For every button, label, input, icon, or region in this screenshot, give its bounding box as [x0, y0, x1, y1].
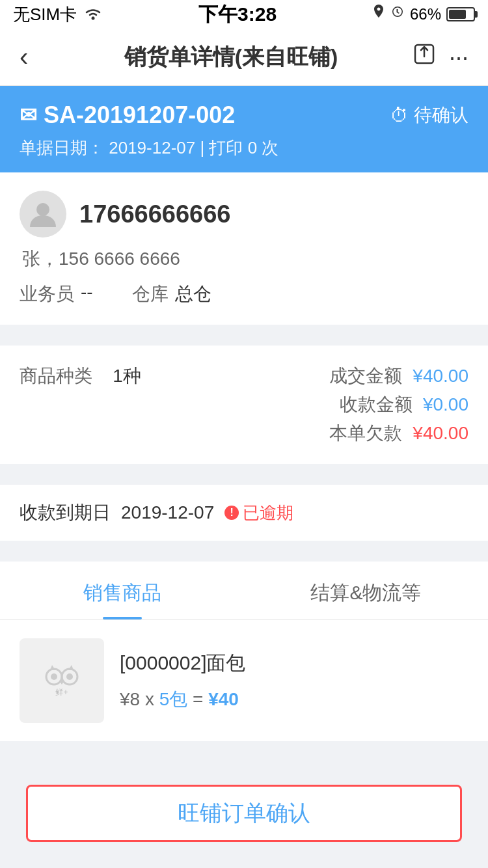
divider-1 [0, 335, 488, 346]
warehouse-meta: 仓库 总仓 [132, 282, 211, 306]
status-bar: 无SIM卡 下午3:28 66% [0, 0, 488, 29]
customer-top: 17666666666 [20, 191, 468, 237]
customer-meta: 业务员 -- 仓库 总仓 [20, 282, 468, 306]
product-thumbnail: 鲜+ [20, 638, 104, 723]
back-button[interactable]: ‹ [20, 42, 59, 72]
divider-3 [0, 551, 488, 562]
svg-point-6 [66, 673, 73, 680]
warehouse-value: 总仓 [175, 282, 211, 306]
price-label: ¥8 x [120, 689, 159, 709]
received-value: ¥0.00 [423, 394, 468, 415]
summary-item-1: 收款金额 ¥0.00 [340, 392, 468, 417]
alarm-icon [390, 5, 405, 23]
debt-label: 本单欠款 [329, 421, 402, 446]
order-icon: ✉ [20, 103, 37, 128]
status-label: 待确认 [414, 103, 468, 128]
product-card: 鲜+ [0000002]面包 ¥8 x 5包 = ¥40 [0, 620, 488, 741]
wifi-icon [83, 5, 103, 25]
tab-sales-goods[interactable]: 销售商品 [0, 562, 244, 619]
due-date-card: 收款到期日 2019-12-07 ! 已逾期 [0, 485, 488, 541]
carrier-text: 无SIM卡 [13, 3, 77, 26]
customer-avatar [20, 191, 66, 237]
customer-name: 张，156 6666 6666 [20, 247, 468, 271]
order-status: ⏱ 待确认 [390, 103, 468, 128]
bottom-btn-area: 旺铺订单确认 [0, 772, 488, 868]
goods-type-value: 1种 [113, 366, 141, 386]
more-icon[interactable]: ··· [449, 44, 468, 71]
summary-item-0: 成交金额 ¥40.00 [329, 364, 468, 388]
nav-bar: ‹ 销货单详情(来自旺铺) ··· [0, 29, 488, 86]
overdue-label: 已逾期 [243, 502, 293, 524]
date-label: 单据日期： [20, 138, 104, 157]
summary-left: 商品种类 1种 [20, 364, 141, 388]
quantity-value: 5包 [159, 689, 188, 709]
order-header: ✉ SA-20191207-002 ⏱ 待确认 单据日期： 2019-12-07… [0, 86, 488, 172]
overdue-dot-icon: ! [224, 506, 239, 520]
debt-value: ¥40.00 [413, 423, 468, 444]
nav-actions: ··· [403, 42, 468, 72]
order-id: ✉ SA-20191207-002 [20, 102, 235, 129]
tab-underline [103, 617, 142, 619]
tab-settlement-label: 结算&物流等 [310, 582, 421, 603]
warehouse-label: 仓库 [132, 282, 169, 306]
goods-type-label: 商品种类 [20, 366, 92, 386]
price-total: ¥40 [208, 689, 239, 709]
goods-type-row: 商品种类 1种 [20, 364, 141, 388]
order-date: 2019-12-07 [109, 138, 195, 157]
order-header-top: ✉ SA-20191207-002 ⏱ 待确认 [20, 102, 468, 129]
customer-card: 17666666666 张，156 6666 6666 业务员 -- 仓库 总仓 [0, 172, 488, 325]
overdue-badge: ! 已逾期 [224, 502, 293, 524]
summary-card: 商品种类 1种 成交金额 ¥40.00 收款金额 ¥0.00 本单欠款 ¥40.… [0, 346, 488, 464]
confirm-order-button[interactable]: 旺铺订单确认 [26, 785, 462, 842]
status-right: 66% [372, 5, 475, 24]
divider-2 [0, 474, 488, 485]
print-count: | 打印 0 次 [200, 138, 278, 157]
product-info: [0000002]面包 ¥8 x 5包 = ¥40 [120, 650, 468, 712]
sales-label: 业务员 [20, 282, 74, 306]
page-title: 销货单详情(来自旺铺) [59, 42, 403, 72]
summary-right: 成交金额 ¥40.00 收款金额 ¥0.00 本单欠款 ¥40.00 [329, 364, 468, 446]
amount-label: 成交金额 [329, 364, 402, 388]
svg-point-2 [36, 203, 49, 216]
due-date-label: 收款到期日 [20, 500, 111, 525]
svg-point-5 [51, 673, 57, 680]
time-display: 下午3:28 [198, 1, 277, 28]
svg-point-0 [92, 16, 95, 20]
battery-icon [446, 7, 475, 21]
tab-sales-label: 销售商品 [83, 582, 161, 603]
tabs-container: 销售商品 结算&物流等 [0, 562, 488, 620]
product-name: [0000002]面包 [120, 650, 468, 677]
status-clock-icon: ⏱ [390, 105, 409, 126]
sales-meta: 业务员 -- [20, 282, 93, 306]
due-date-value: 2019-12-07 [121, 502, 214, 523]
share-icon[interactable] [413, 42, 436, 72]
received-label: 收款金额 [340, 392, 413, 417]
status-left: 无SIM卡 [13, 3, 103, 26]
summary-item-2: 本单欠款 ¥40.00 [329, 421, 468, 446]
order-id-text: SA-20191207-002 [44, 102, 235, 129]
sales-value: -- [81, 282, 93, 306]
tab-settlement[interactable]: 结算&物流等 [244, 562, 488, 619]
customer-phone: 17666666666 [79, 200, 230, 228]
equals-label: = [187, 689, 208, 709]
product-price-line: ¥8 x 5包 = ¥40 [120, 687, 468, 712]
battery-percentage: 66% [410, 5, 441, 23]
location-icon [372, 5, 385, 24]
svg-text:鲜+: 鲜+ [55, 688, 68, 697]
amount-value: ¥40.00 [413, 366, 468, 387]
order-date-line: 单据日期： 2019-12-07 | 打印 0 次 [20, 137, 468, 159]
